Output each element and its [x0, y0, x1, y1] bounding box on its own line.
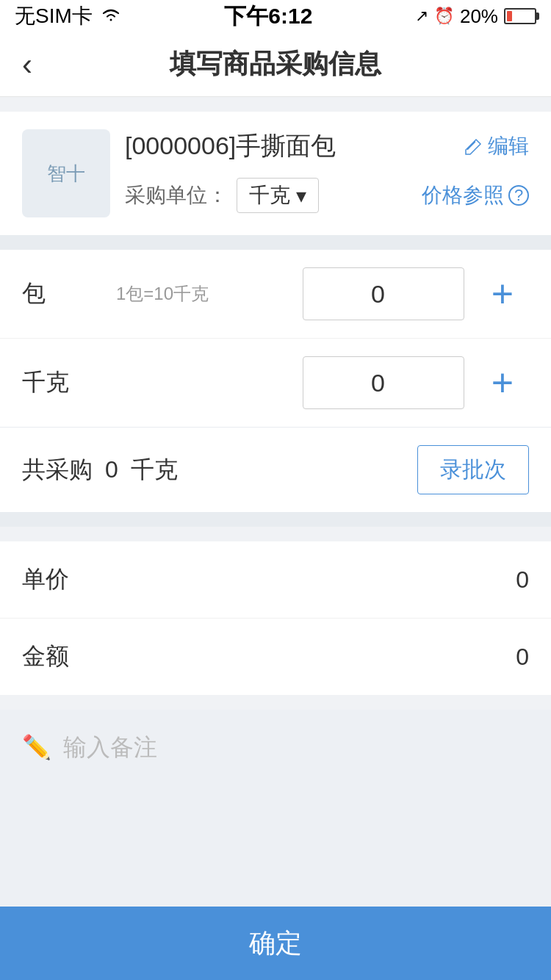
location-icon: ↗ [415, 7, 428, 26]
nav-bar: ‹ 填写商品采购信息 [0, 32, 551, 97]
dropdown-arrow-icon: ▾ [296, 184, 306, 208]
total-row: 共采购 0 千克 录批次 [0, 427, 551, 512]
product-thumbnail: 智十 [22, 129, 110, 217]
battery-pct: 20% [460, 5, 498, 28]
kg-plus-button[interactable]: + [476, 356, 529, 409]
battery-icon [504, 8, 536, 24]
product-full-name: [0000006]手撕面包 [125, 129, 336, 163]
bao-label: 包 [22, 278, 110, 310]
alarm-icon: ⏰ [434, 7, 454, 26]
product-name-row: [0000006]手撕面包 编辑 [125, 129, 529, 163]
price-section: 单价 0 金额 0 [0, 541, 551, 695]
carrier-text: 无SIM卡 [15, 2, 93, 30]
page-title: 填写商品采购信息 [170, 46, 381, 82]
product-info: [0000006]手撕面包 编辑 采购单位： 千克 ▾ 价格参照 ? [125, 129, 529, 213]
unit-value: 千克 [249, 181, 290, 209]
kg-label: 千克 [22, 367, 110, 399]
edit-button[interactable]: 编辑 [464, 132, 529, 160]
amount-row: 金额 0 [0, 619, 551, 695]
svg-rect-0 [467, 141, 476, 151]
bao-input-wrap: + [209, 267, 529, 320]
edit-label: 编辑 [488, 132, 529, 160]
bao-input[interactable] [303, 267, 464, 320]
purchase-unit-label: 采购单位： [125, 181, 228, 209]
kg-input[interactable] [303, 356, 464, 409]
total-purchase-label: 共采购 0 千克 [22, 454, 178, 486]
bao-input-row: 包 1包=10千克 + [0, 250, 551, 339]
status-time: 下午6:12 [224, 1, 312, 32]
note-section[interactable]: ✏️ 输入备注 [0, 710, 551, 786]
unit-price-label: 单价 [22, 563, 69, 596]
back-button[interactable]: ‹ [22, 47, 32, 82]
kg-input-row: 千克 + [0, 339, 551, 427]
note-pencil-icon: ✏️ [22, 733, 51, 761]
bao-hint: 1包=10千克 [116, 282, 209, 306]
help-icon: ? [508, 185, 529, 206]
bao-plus-button[interactable]: + [476, 267, 529, 320]
price-ref-label: 价格参照 [422, 181, 504, 209]
status-right: ↗ ⏰ 20% [415, 5, 536, 28]
confirm-label: 确定 [249, 926, 302, 962]
unit-price-value: 0 [516, 566, 529, 594]
product-logo-text: 智十 [47, 161, 85, 187]
divider-2 [0, 512, 551, 527]
status-bar: 无SIM卡 下午6:12 ↗ ⏰ 20% [0, 0, 551, 32]
price-reference-button[interactable]: 价格参照 ? [422, 181, 529, 209]
purchase-unit-row: 采购单位： 千克 ▾ 价格参照 ? [125, 178, 529, 213]
quantity-input-section: 包 1包=10千克 + 千克 + [0, 250, 551, 427]
unit-price-row: 单价 0 [0, 541, 551, 619]
note-placeholder-text: 输入备注 [63, 732, 157, 764]
edit-icon [464, 137, 483, 156]
product-card: 智十 [0000006]手撕面包 编辑 采购单位： 千克 ▾ 价格参照 [0, 112, 551, 235]
amount-value: 0 [516, 644, 529, 671]
batch-record-button[interactable]: 录批次 [417, 445, 529, 494]
wifi-icon [100, 4, 122, 28]
unit-select-dropdown[interactable]: 千克 ▾ [237, 178, 319, 213]
amount-label: 金额 [22, 641, 69, 673]
divider-1 [0, 235, 551, 250]
kg-input-wrap: + [110, 356, 529, 409]
confirm-button[interactable]: 确定 [0, 907, 551, 980]
status-left: 无SIM卡 [15, 2, 122, 30]
